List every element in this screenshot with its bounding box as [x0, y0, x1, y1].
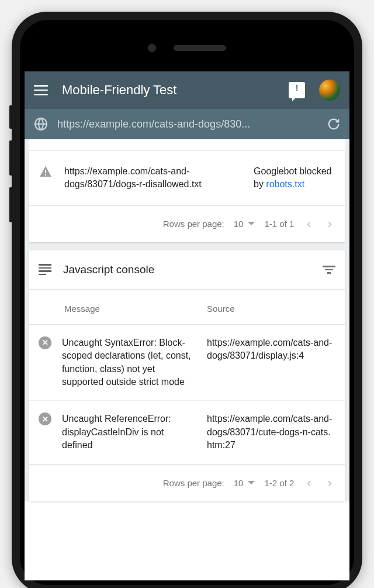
- console-row: ✕ Uncaught ReferenceError: displayCastle…: [29, 401, 345, 464]
- resource-row: https://example.com/cats-and-dogs/83071/…: [29, 151, 345, 205]
- phone-frame: Mobile-Friendly Test https://example.com…: [12, 12, 362, 588]
- feedback-icon[interactable]: [289, 82, 305, 98]
- page-title: Mobile-Friendly Test: [62, 82, 275, 98]
- rows-per-page-select[interactable]: 10: [234, 219, 255, 229]
- next-page-button[interactable]: ›: [324, 476, 335, 491]
- console-card: Javascript console Message Source ✕ Unca…: [29, 250, 345, 501]
- menu-icon[interactable]: [34, 85, 48, 95]
- url-bar: https://example.com/cats-and-dogs/830...: [25, 109, 349, 139]
- pagination-range: 1-1 of 1: [264, 219, 294, 229]
- prev-page-button[interactable]: ‹: [303, 476, 314, 491]
- app-header: Mobile-Friendly Test: [25, 71, 349, 109]
- globe-icon: [34, 117, 48, 131]
- phone-camera: [148, 44, 156, 52]
- console-header: Javascript console: [29, 250, 345, 290]
- console-table-head: Message Source: [29, 290, 345, 325]
- url-input[interactable]: https://example.com/cats-and-dogs/830...: [57, 118, 318, 130]
- error-icon: ✕: [39, 412, 51, 425]
- list-icon: [39, 264, 51, 275]
- rows-per-page-label: Rows per page:: [163, 219, 224, 229]
- console-source: https://example.com/cats-and-dogs/83071/…: [207, 336, 335, 389]
- console-row: ✕ Uncaught SyntaxError: Block-scoped dec…: [29, 325, 345, 401]
- filter-icon[interactable]: [323, 266, 335, 274]
- resources-card: https://example.com/cats-and-dogs/83071/…: [29, 151, 345, 242]
- console-source: https://example.com/cats-and-dogs/83071/…: [207, 412, 335, 452]
- prev-page-button[interactable]: ‹: [303, 216, 314, 232]
- reload-icon[interactable]: [327, 118, 340, 130]
- warning-icon: [39, 165, 53, 179]
- chevron-down-icon: [248, 481, 255, 488]
- col-source: Source: [207, 304, 335, 314]
- resource-url: https://example.com/cats-and-dogs/83071/…: [64, 165, 242, 191]
- console-message: Uncaught SyntaxError: Block-scoped decla…: [62, 336, 196, 389]
- resources-pagination: Rows per page: 10 1-1 of 1 ‹ ›: [29, 205, 345, 242]
- next-page-button[interactable]: ›: [324, 216, 335, 232]
- robots-link[interactable]: robots.txt: [266, 179, 304, 189]
- pagination-range: 1-2 of 2: [264, 478, 294, 488]
- resource-status: Googlebot blocked by robots.txt: [254, 165, 335, 191]
- app-screen: Mobile-Friendly Test https://example.com…: [25, 71, 349, 580]
- col-message: Message: [64, 304, 207, 314]
- console-pagination: Rows per page: 10 1-2 of 2 ‹ ›: [29, 465, 345, 501]
- avatar[interactable]: [319, 80, 340, 101]
- console-title: Javascript console: [63, 263, 311, 276]
- console-message: Uncaught ReferenceError: displayCastleIn…: [62, 412, 196, 452]
- error-icon: ✕: [39, 336, 51, 349]
- rows-per-page-label: Rows per page:: [163, 478, 224, 488]
- rows-per-page-select[interactable]: 10: [234, 478, 255, 488]
- svg-rect-2: [45, 174, 46, 176]
- chevron-down-icon: [248, 222, 255, 229]
- phone-speaker: [174, 45, 226, 51]
- svg-rect-1: [45, 170, 46, 173]
